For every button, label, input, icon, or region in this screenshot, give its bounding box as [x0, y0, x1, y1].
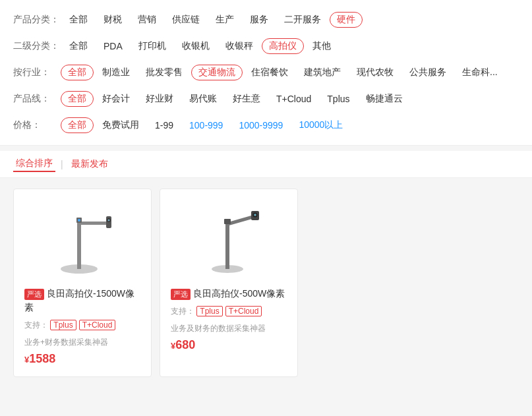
filter-category-caishui[interactable]: 财税	[96, 12, 129, 28]
filter-category-all[interactable]: 全部	[62, 12, 95, 28]
filter-industry-life[interactable]: 生命科...	[455, 65, 505, 80]
product-line-row: 产品线： 全部 好会计 好业财 易代账 好生意 T+Cloud Tplus 畅捷…	[13, 86, 519, 112]
support-tag-tcloud-1: T+Cloud	[79, 320, 116, 330]
filter-second-other[interactable]: 其他	[305, 38, 338, 54]
filter-industry-retail[interactable]: 批发零售	[138, 65, 190, 80]
filter-line-tplus[interactable]: Tplus	[320, 92, 357, 106]
price-num-2: 680	[175, 338, 195, 351]
filter-industry-hospitality[interactable]: 住宿餐饮	[244, 65, 295, 80]
filter-second-cashier[interactable]: 收银机	[175, 38, 217, 54]
filter-price-1-99[interactable]: 1-99	[148, 118, 181, 133]
price-items: 全部 免费试用 1-99 100-999 1000-9999 10000以上	[61, 117, 350, 133]
filter-price-1000-9999[interactable]: 1000-9999	[231, 118, 290, 133]
product-card-1[interactable]: 严选良田高拍仪-1500W像素 支持： Tplus T+Cloud 业务+财务数…	[13, 189, 152, 377]
filter-industry-logistics[interactable]: 交通物流	[191, 65, 243, 80]
filter-category-fuwu[interactable]: 服务	[243, 12, 276, 28]
product-badge-2: 严选	[171, 289, 191, 300]
product-title-row-1: 严选良田高拍仪-1500W像素	[24, 287, 140, 314]
svg-point-7	[78, 219, 80, 222]
svg-point-13	[254, 214, 256, 216]
product-badge-1: 严选	[24, 289, 44, 300]
scanner-svg-1	[43, 203, 122, 276]
filter-category-shengchan[interactable]: 生产	[208, 12, 241, 28]
filter-line-haokuaiji[interactable]: 好会计	[95, 91, 137, 107]
product-line-items: 全部 好会计 好业财 易代账 好生意 T+Cloud Tplus 畅捷通云	[61, 91, 410, 107]
filter-line-haoshengyi[interactable]: 好生意	[225, 91, 268, 107]
filter-industry-all[interactable]: 全部	[61, 65, 94, 80]
support-tag-tcloud-2: T+Cloud	[225, 306, 262, 316]
product-support-label-1: 支持： Tplus T+Cloud	[24, 320, 140, 334]
product-desc-1: 业务+财务数据采集神器	[24, 337, 140, 348]
filter-line-all[interactable]: 全部	[61, 91, 94, 107]
filter-section: 产品分类： 全部 财税 营销 供应链 生产 服务 二开服务 硬件 二级分类： 全…	[0, 0, 532, 146]
product-line-label: 产品线：	[13, 93, 58, 105]
second-category-items: 全部 PDA 打印机 收银机 收银秤 高拍仪 其他	[62, 38, 338, 54]
filter-line-changjietong[interactable]: 畅捷通云	[359, 91, 410, 107]
filter-line-tcloud[interactable]: T+Cloud	[269, 92, 318, 106]
sort-latest[interactable]: 最新发布	[69, 157, 111, 171]
filter-industry-agriculture[interactable]: 现代农牧	[349, 65, 401, 80]
product-grid: 严选良田高拍仪-1500W像素 支持： Tplus T+Cloud 业务+财务数…	[0, 178, 532, 388]
price-label: 价格：	[13, 119, 58, 131]
filter-price-all[interactable]: 全部	[61, 117, 94, 133]
product-category-label: 产品分类：	[13, 14, 59, 26]
filter-industry-realestate[interactable]: 建筑地产	[297, 65, 348, 80]
filter-price-10000plus[interactable]: 10000以上	[291, 117, 350, 133]
second-category-row: 二级分类： 全部 PDA 打印机 收银机 收银秤 高拍仪 其他	[13, 33, 519, 59]
product-image-2	[171, 200, 287, 279]
filter-line-haoyecai[interactable]: 好业财	[138, 91, 181, 107]
product-image-1	[24, 200, 140, 279]
filter-industry-public[interactable]: 公共服务	[402, 65, 454, 80]
industry-row: 按行业： 全部 制造业 批发零售 交通物流 住宿餐饮 建筑地产 现代农牧 公共服…	[13, 59, 519, 86]
filter-price-free[interactable]: 免费试用	[95, 117, 146, 133]
svg-line-10	[227, 216, 255, 224]
second-category-label: 二级分类：	[13, 40, 59, 52]
scanner-svg-2	[189, 203, 268, 276]
product-title-row-2: 严选良田高拍仪-500W像素	[171, 287, 287, 301]
price-row: 价格： 全部 免费试用 1-99 100-999 1000-9999 10000…	[13, 112, 519, 138]
support-tag-tplus-2: Tplus	[196, 306, 222, 316]
industry-label: 按行业：	[13, 67, 58, 78]
filter-second-pda[interactable]: PDA	[96, 39, 130, 53]
product-card-2[interactable]: 严选良田高拍仪-500W像素 支持： Tplus T+Cloud 业务及财务的数…	[160, 189, 298, 377]
product-support-label-2: 支持： Tplus T+Cloud	[171, 306, 287, 320]
filter-category-yingjian[interactable]: 硬件	[330, 12, 363, 28]
filter-second-gaopaiyi[interactable]: 高拍仪	[262, 38, 304, 54]
product-desc-2: 业务及财务的数据采集神器	[171, 323, 287, 334]
filter-second-all[interactable]: 全部	[62, 38, 95, 54]
sort-bar: 综合排序 | 最新发布	[0, 151, 532, 178]
filter-price-100-999[interactable]: 100-999	[182, 118, 230, 133]
product-title-2: 良田高拍仪-500W像素	[193, 288, 285, 299]
product-price-1: ¥1588	[24, 352, 140, 366]
sort-divider: |	[61, 159, 63, 169]
support-tag-tplus-1: Tplus	[50, 320, 76, 330]
product-category-items: 全部 财税 营销 供应链 生产 服务 二开服务 硬件	[62, 12, 363, 28]
filter-second-printer[interactable]: 打印机	[131, 38, 173, 54]
filter-category-gongyinglian[interactable]: 供应链	[165, 12, 207, 28]
price-num-1: 1588	[29, 352, 55, 365]
filter-category-erkaifuwu[interactable]: 二开服务	[277, 12, 328, 28]
svg-rect-9	[225, 223, 229, 269]
filter-line-yidaizhang[interactable]: 易代账	[182, 91, 224, 107]
svg-rect-2	[77, 222, 110, 225]
filter-industry-manufacturing[interactable]: 制造业	[95, 65, 137, 80]
filter-second-scale[interactable]: 收银秤	[218, 38, 260, 54]
svg-point-5	[108, 220, 110, 222]
product-price-2: ¥680	[171, 338, 287, 352]
product-category-row: 产品分类： 全部 财税 营销 供应链 生产 服务 二开服务 硬件	[13, 7, 519, 33]
industry-items: 全部 制造业 批发零售 交通物流 住宿餐饮 建筑地产 现代农牧 公共服务 生命科…	[61, 65, 505, 80]
sort-comprehensive[interactable]: 综合排序	[13, 156, 55, 172]
svg-rect-14	[224, 219, 231, 224]
filter-category-yingxiao[interactable]: 营销	[131, 12, 163, 28]
svg-rect-1	[77, 223, 81, 269]
